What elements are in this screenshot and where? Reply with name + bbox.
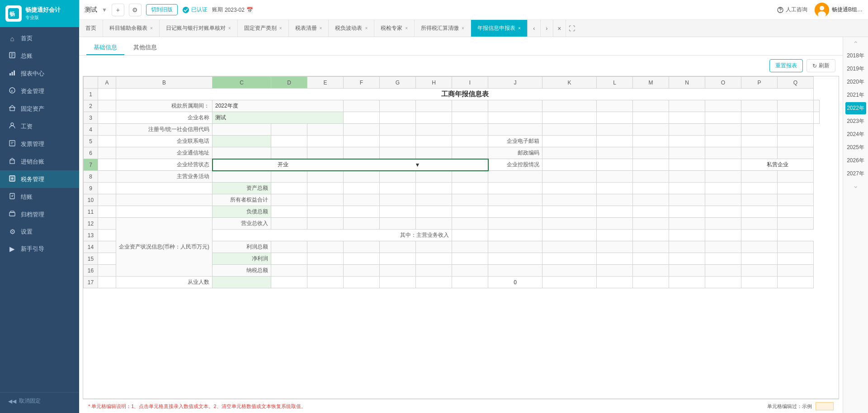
- col-header-k[interactable]: K: [542, 77, 597, 89]
- cell-3-n[interactable]: [705, 112, 741, 124]
- cell-12-a[interactable]: [98, 218, 116, 230]
- cell-11-f[interactable]: [344, 206, 380, 218]
- cell-5-q[interactable]: [778, 136, 814, 147]
- row-num-13[interactable]: 13: [84, 230, 98, 241]
- cell-10-q[interactable]: [778, 194, 814, 206]
- cell-15-o[interactable]: [705, 253, 741, 265]
- cell-13-d[interactable]: 其中：主营业务收入: [212, 230, 452, 241]
- sidebar-item-home[interactable]: ⌂ 首页: [0, 30, 79, 47]
- cell-4-o[interactable]: [705, 124, 741, 136]
- cell-15-c[interactable]: 净利润: [212, 253, 271, 265]
- cell-10-o[interactable]: [705, 194, 741, 206]
- cell-12-l[interactable]: [597, 218, 633, 230]
- year-item-2026[interactable]: 2026年: [845, 155, 866, 167]
- cell-6-h[interactable]: [416, 147, 452, 159]
- cell-8-m[interactable]: [633, 171, 669, 183]
- user-profile[interactable]: 畅捷通B组…: [815, 3, 863, 17]
- row-num-10[interactable]: 10: [84, 194, 98, 206]
- cell-14-i[interactable]: [452, 241, 488, 253]
- cell-17-m[interactable]: [633, 277, 669, 288]
- unpin-button[interactable]: ◀◀ 取消固定: [0, 392, 79, 409]
- cell-6-k[interactable]: [542, 147, 597, 159]
- cell-4-g[interactable]: [380, 124, 416, 136]
- cell-8-o[interactable]: [705, 171, 741, 183]
- cell-10-d[interactable]: [271, 194, 307, 206]
- year-item-2019[interactable]: 2019年: [845, 63, 866, 75]
- cell-5-e[interactable]: [307, 136, 344, 147]
- cell-10-i[interactable]: [452, 194, 488, 206]
- cell-6-f[interactable]: [344, 147, 380, 159]
- cell-15-j[interactable]: [488, 253, 542, 265]
- tab-fixed-assets-category[interactable]: 固定资产类别 ×: [238, 20, 289, 37]
- tab-close-icon[interactable]: ×: [320, 26, 322, 31]
- cell-6-o[interactable]: [705, 147, 741, 159]
- cell-6-p[interactable]: [741, 147, 778, 159]
- cell-12-j[interactable]: [488, 218, 542, 230]
- col-header-j[interactable]: J: [488, 77, 542, 89]
- cell-7-pq[interactable]: 私营企业: [741, 159, 814, 171]
- cell-2-a[interactable]: [98, 100, 116, 112]
- spreadsheet-wrapper[interactable]: A B C D E F G H I J K L: [83, 76, 839, 399]
- col-header-d[interactable]: D: [271, 77, 307, 89]
- cell-5-n[interactable]: [669, 136, 705, 147]
- cell-15-m[interactable]: [633, 253, 669, 265]
- cell-15-a[interactable]: [98, 253, 116, 265]
- cell-2-f[interactable]: [380, 100, 416, 112]
- cell-4-a[interactable]: [98, 124, 116, 136]
- cell-7-l[interactable]: [597, 159, 633, 171]
- cell-12-m[interactable]: [633, 218, 669, 230]
- row-num-7[interactable]: 7: [84, 159, 98, 171]
- cell-11-m[interactable]: [633, 206, 669, 218]
- cell-9-m[interactable]: [633, 183, 669, 194]
- cell-8-q[interactable]: [778, 171, 814, 183]
- cell-5-g[interactable]: [380, 136, 416, 147]
- tab-home[interactable]: 首页: [79, 20, 103, 37]
- col-header-f[interactable]: F: [344, 77, 380, 89]
- cell-17-k[interactable]: [542, 277, 597, 288]
- cell-14-h[interactable]: [416, 241, 452, 253]
- year-scroll-up-button[interactable]: ⌃: [853, 39, 859, 49]
- cell-8-j[interactable]: [488, 171, 542, 183]
- cell-3-c[interactable]: 测试: [212, 112, 344, 124]
- cell-14-c[interactable]: 利润总额: [212, 241, 271, 253]
- cell-16-f[interactable]: [344, 265, 380, 277]
- tab-tax-forms[interactable]: 税表清册 ×: [289, 20, 329, 37]
- cell-9-c[interactable]: 资产总额: [212, 183, 271, 194]
- cell-10-h[interactable]: [416, 194, 452, 206]
- cell-12-k[interactable]: [542, 218, 597, 230]
- cell-4-h[interactable]: [416, 124, 452, 136]
- cell-5-i[interactable]: [452, 136, 488, 147]
- cell-7-k[interactable]: [542, 159, 597, 171]
- cell-2-l[interactable]: [633, 100, 669, 112]
- cell-6-l[interactable]: [597, 147, 633, 159]
- cell-13-q[interactable]: [741, 230, 778, 241]
- cell-5-d[interactable]: [271, 136, 307, 147]
- col-header-g[interactable]: G: [380, 77, 416, 89]
- row-num-8[interactable]: 8: [84, 171, 98, 183]
- cell-3-g[interactable]: [416, 112, 452, 124]
- cell-1-a[interactable]: [98, 89, 116, 100]
- cell-10-j[interactable]: [488, 194, 542, 206]
- cell-12-d[interactable]: [271, 218, 307, 230]
- cell-12-b[interactable]: 企业资产状况信息(币种：人民币万元): [116, 218, 212, 277]
- year-item-2025[interactable]: 2025年: [845, 141, 866, 154]
- sidebar-item-reports[interactable]: 报表中心: [0, 65, 79, 82]
- cell-13-j[interactable]: [452, 230, 488, 241]
- cell-14-k[interactable]: [542, 241, 597, 253]
- cell-6-b[interactable]: 企业通信地址: [116, 147, 212, 159]
- cell-2-q[interactable]: [814, 100, 820, 112]
- year-item-2018[interactable]: 2018年: [845, 50, 866, 62]
- tab-close-all-button[interactable]: ×: [553, 20, 566, 37]
- cell-5-p[interactable]: [741, 136, 778, 147]
- cell-4-c[interactable]: [212, 124, 271, 136]
- cell-8-l[interactable]: [597, 171, 633, 183]
- add-button[interactable]: +: [112, 4, 124, 16]
- col-header-a[interactable]: A: [98, 77, 116, 89]
- cell-17-p[interactable]: [741, 277, 778, 288]
- cell-11-k[interactable]: [542, 206, 597, 218]
- cell-7-a[interactable]: [98, 159, 116, 171]
- tab-nav-right-button[interactable]: ›: [540, 20, 553, 37]
- cell-14-d[interactable]: [271, 241, 307, 253]
- row-num-6[interactable]: 6: [84, 147, 98, 159]
- switch-version-button[interactable]: 切到旧版: [146, 4, 178, 15]
